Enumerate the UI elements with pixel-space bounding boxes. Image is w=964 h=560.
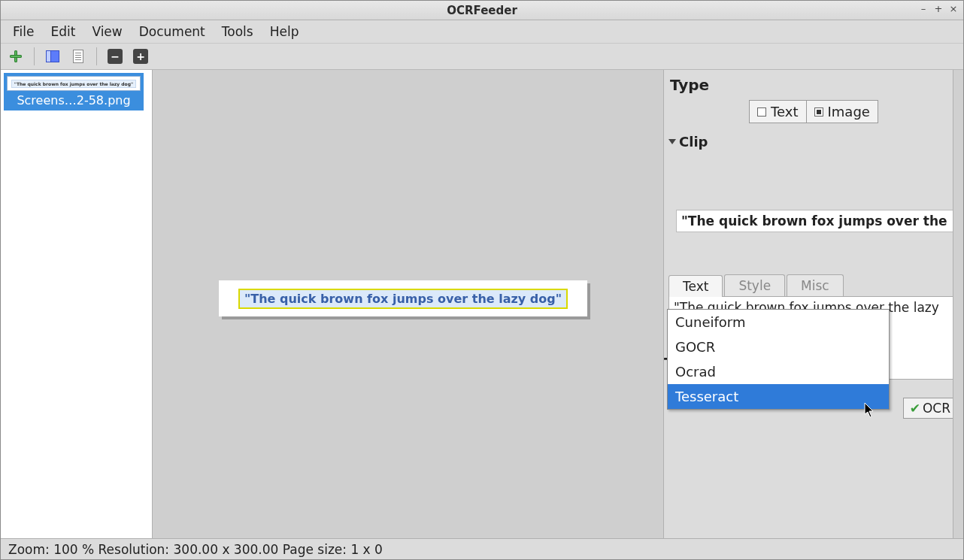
thumbnail-filename: Screens…2-58.png bbox=[7, 93, 141, 107]
radio-icon bbox=[757, 107, 766, 117]
clip-label: Clip bbox=[679, 134, 708, 150]
menu-document[interactable]: Document bbox=[132, 23, 213, 41]
ocr-button[interactable]: ✔ OCR bbox=[903, 398, 957, 419]
selection-box[interactable]: "The quick brown fox jumps over the lazy… bbox=[238, 289, 568, 309]
maximize-button[interactable]: + bbox=[933, 3, 944, 14]
output-tabs: Text Style Misc bbox=[668, 274, 959, 297]
clip-preview-text: "The quick brown fox jumps over the bbox=[681, 213, 947, 229]
menu-tools[interactable]: Tools bbox=[214, 23, 261, 41]
engine-dropdown: Cuneiform GOCR Ocrad Tesseract bbox=[667, 309, 890, 410]
tab-style[interactable]: Style bbox=[724, 274, 785, 296]
menu-view[interactable]: View bbox=[84, 23, 129, 41]
page-image[interactable]: "The quick brown fox jumps over the lazy… bbox=[219, 280, 587, 316]
minus-icon: − bbox=[108, 49, 123, 64]
menu-edit[interactable]: Edit bbox=[43, 23, 83, 41]
ocr-controls: ✔ OCR bbox=[903, 398, 957, 419]
layout-icon bbox=[46, 50, 59, 62]
canvas[interactable]: "The quick brown fox jumps over the lazy… bbox=[153, 70, 664, 538]
tab-misc[interactable]: Misc bbox=[787, 274, 844, 296]
type-image-label: Image bbox=[828, 104, 870, 120]
tab-text[interactable]: Text bbox=[668, 275, 723, 297]
zoom-in-button[interactable]: + bbox=[130, 46, 151, 67]
thumbnail-preview-text: "The quick brown fox jumps over the lazy… bbox=[11, 80, 136, 88]
check-icon: ✔ bbox=[910, 401, 920, 416]
type-toggle: Text Image bbox=[668, 100, 959, 123]
page-thumbnail[interactable]: "The quick brown fox jumps over the lazy… bbox=[4, 73, 144, 110]
type-option-image[interactable]: Image bbox=[806, 101, 878, 123]
type-text-label: Text bbox=[771, 104, 798, 120]
plus-icon bbox=[10, 50, 22, 62]
selection-text: "The quick brown fox jumps over the lazy… bbox=[244, 292, 562, 306]
status-bar: Zoom: 100 % Resolution: 300.00 x 300.00 … bbox=[1, 538, 963, 559]
status-text: Zoom: 100 % Resolution: 300.00 x 300.00 … bbox=[8, 542, 383, 557]
zoom-out-button[interactable]: − bbox=[105, 46, 126, 67]
type-label: Type bbox=[670, 76, 959, 94]
engine-option-ocrad[interactable]: Ocrad bbox=[668, 359, 889, 384]
layout-button[interactable] bbox=[42, 46, 63, 67]
clip-expander[interactable]: Clip bbox=[668, 134, 959, 150]
add-image-button[interactable] bbox=[5, 46, 26, 67]
minimize-button[interactable]: – bbox=[918, 3, 929, 14]
plus-small-icon: + bbox=[133, 49, 148, 64]
title-bar: OCRFeeder – + × bbox=[1, 1, 963, 20]
toolbar-separator bbox=[34, 47, 35, 65]
toolbar: − + bbox=[1, 43, 963, 70]
chevron-down-icon bbox=[668, 139, 676, 144]
properties-panel: Type Text Image Clip "The bbox=[664, 70, 963, 538]
document-button[interactable] bbox=[68, 46, 89, 67]
engine-option-gocr[interactable]: GOCR bbox=[668, 334, 889, 359]
app-window: OCRFeeder – + × File Edit View Document … bbox=[0, 0, 964, 560]
page-list-sidebar: "The quick brown fox jumps over the lazy… bbox=[1, 70, 153, 538]
menu-help[interactable]: Help bbox=[262, 23, 307, 41]
content-area: "The quick brown fox jumps over the lazy… bbox=[1, 70, 963, 538]
engine-option-tesseract[interactable]: Tesseract bbox=[668, 384, 889, 409]
document-icon bbox=[73, 50, 83, 63]
clip-preview: "The quick brown fox jumps over the bbox=[676, 210, 959, 232]
toolbar-separator bbox=[96, 47, 97, 65]
radio-selected-icon bbox=[814, 107, 823, 117]
menu-bar: File Edit View Document Tools Help bbox=[1, 20, 963, 43]
menu-file[interactable]: File bbox=[5, 23, 41, 41]
window-controls: – + × bbox=[918, 3, 959, 14]
type-option-text[interactable]: Text bbox=[750, 101, 805, 123]
thumbnail-preview: "The quick brown fox jumps over the lazy… bbox=[7, 76, 141, 91]
window-title: OCRFeeder bbox=[447, 4, 517, 17]
panel-scrollbar[interactable] bbox=[953, 70, 963, 538]
close-button[interactable]: × bbox=[948, 3, 959, 14]
engine-option-cuneiform[interactable]: Cuneiform bbox=[668, 310, 889, 334]
ocr-button-label: OCR bbox=[923, 401, 950, 416]
